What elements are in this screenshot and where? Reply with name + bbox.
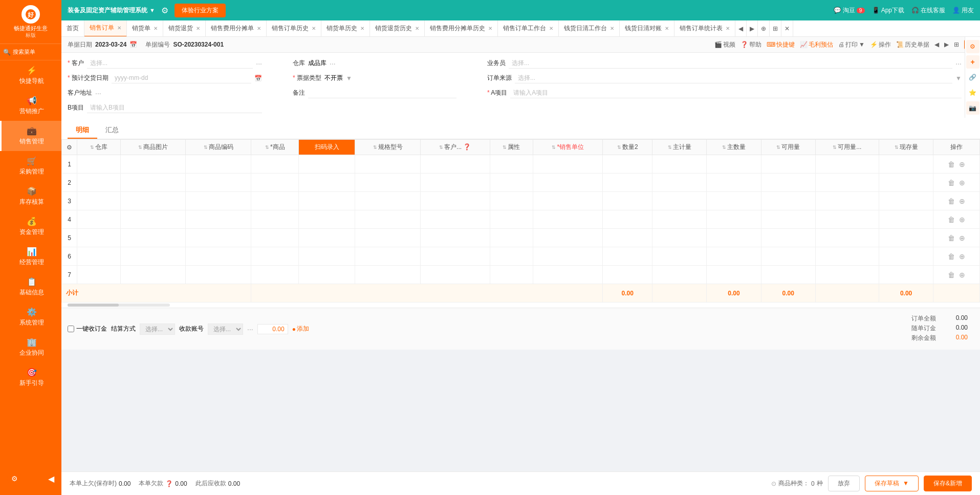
tab-grid-btn[interactable]: ⊞ <box>770 20 781 37</box>
tab-expense-history-close[interactable]: ✕ <box>488 26 492 31</box>
row-attr[interactable] <box>490 229 533 247</box>
row-stock[interactable] <box>879 247 933 266</box>
row-copy-btn[interactable]: ⊕ <box>958 159 966 169</box>
row-warehouse[interactable] <box>77 155 121 174</box>
tab-order-workbench-close[interactable]: ✕ <box>549 26 553 31</box>
order-source-dropdown-icon[interactable]: ▼ <box>955 75 962 82</box>
row-customer-code[interactable] <box>420 192 490 210</box>
sidebar-item-newbie[interactable]: 🎯 新手引导 <box>0 362 61 393</box>
th-customer-code[interactable]: ⇅ 客户... ❓ <box>420 140 490 155</box>
row-spec[interactable] <box>355 210 421 229</box>
sidebar-item-inventory[interactable]: 📦 库存核算 <box>0 181 61 211</box>
row-image[interactable] <box>120 192 186 210</box>
row-spec[interactable] <box>355 247 421 266</box>
row-product[interactable] <box>251 210 299 229</box>
tab-invoice-history[interactable]: 销货单历史 ✕ <box>321 20 370 37</box>
warehouse-more-btn[interactable]: ··· <box>330 59 336 68</box>
row-copy-btn[interactable]: ⊕ <box>958 233 966 243</box>
row-copy-btn[interactable]: ⊕ <box>958 270 966 280</box>
right-panel-photo-btn[interactable]: 📷 <box>966 101 979 115</box>
row-delete-btn[interactable]: 🗑 <box>947 214 956 225</box>
row-main-qty[interactable] <box>707 174 761 192</box>
invoice-type-dropdown-icon[interactable]: ▼ <box>346 75 352 82</box>
row-main-unit[interactable] <box>652 247 707 266</box>
row-stock[interactable] <box>879 266 933 284</box>
row-available[interactable] <box>761 247 815 266</box>
account-more-btn[interactable]: ··· <box>247 325 253 333</box>
sidebar-gear-btn[interactable]: ⚙ <box>3 467 26 490</box>
th-scan[interactable]: 扫码录入 <box>299 140 355 155</box>
sidebar-collapse-btn[interactable]: ◀ <box>44 470 58 488</box>
account-select[interactable]: 选择... <box>208 324 243 335</box>
row-main-qty[interactable] <box>707 229 761 247</box>
row-qty2[interactable] <box>603 210 652 229</box>
row-code[interactable] <box>186 247 251 266</box>
settings-btn[interactable]: ⚙ <box>161 6 168 15</box>
row-copy-btn[interactable]: ⊕ <box>958 214 966 225</box>
tab-stats[interactable]: 销售订单统计表 ✕ <box>674 20 735 37</box>
online-support-btn[interactable]: 🎧 在线客服 <box>911 6 945 15</box>
row-warehouse[interactable] <box>77 192 121 210</box>
row-attr[interactable] <box>490 266 533 284</box>
row-available2[interactable] <box>815 192 879 210</box>
th-unit[interactable]: ⇅ *销售单位 <box>533 140 603 155</box>
tab-sales-order-close[interactable]: ✕ <box>117 25 121 31</box>
tab-sales-order-history-close[interactable]: ✕ <box>312 26 316 31</box>
th-warehouse[interactable]: ⇅ 仓库 <box>77 140 121 155</box>
row-warehouse[interactable] <box>77 229 121 247</box>
row-qty2[interactable] <box>603 266 652 284</box>
payment-method-select[interactable]: 选择... <box>140 324 175 335</box>
row-main-qty[interactable] <box>707 155 761 174</box>
tab-order-workbench[interactable]: 销售订单工作台 ✕ <box>498 20 559 37</box>
th-available[interactable]: ⇅ 可用量 <box>761 140 815 155</box>
b-project-input[interactable] <box>87 102 262 113</box>
tab-daily-reconcile[interactable]: 钱货日清对账 ✕ <box>620 20 674 37</box>
row-image[interactable] <box>120 155 186 174</box>
help-btn[interactable]: ❓ 帮助 <box>741 40 761 49</box>
row-warehouse[interactable] <box>77 210 121 229</box>
row-copy-btn[interactable]: ⊕ <box>958 251 966 262</box>
tab-invoice-history-close[interactable]: ✕ <box>360 26 364 31</box>
app-download-btn[interactable]: 📱 App下载 <box>872 6 904 15</box>
row-spec[interactable] <box>355 174 421 192</box>
address-more-btn[interactable]: ··· <box>95 89 101 97</box>
row-delete-btn[interactable]: 🗑 <box>947 270 956 280</box>
row-customer-code[interactable] <box>420 229 490 247</box>
row-qty2[interactable] <box>603 229 652 247</box>
delivery-calendar-icon[interactable]: 📅 <box>254 75 262 82</box>
tab-sales-order-history[interactable]: 销售订单历史 ✕ <box>267 20 321 37</box>
row-customer-code[interactable] <box>420 174 490 192</box>
salesperson-more-btn[interactable]: ··· <box>955 59 962 68</box>
sidebar-item-system[interactable]: ⚙️ 系统管理 <box>0 302 61 332</box>
sidebar-item-enterprise[interactable]: 🏢 企业协同 <box>0 332 61 362</box>
row-attr[interactable] <box>490 155 533 174</box>
save-new-btn[interactable]: 保存&新增 <box>924 476 972 491</box>
row-product[interactable] <box>251 192 299 210</box>
tab-sales-expense[interactable]: 销售费用分摊单 ✕ <box>206 20 267 37</box>
row-product[interactable] <box>251 229 299 247</box>
inner-tab-detail[interactable]: 明细 <box>68 122 97 139</box>
row-main-qty[interactable] <box>707 266 761 284</box>
order-source-input[interactable] <box>515 73 952 83</box>
row-product[interactable] <box>251 155 299 174</box>
industry-btn[interactable]: 体验行业方案 <box>175 4 226 17</box>
row-qty2[interactable] <box>603 192 652 210</box>
delivery-date-input[interactable] <box>112 73 251 83</box>
user-btn[interactable]: 👤 用友 <box>952 6 974 15</box>
th-main-unit[interactable]: ⇅ 主计量 <box>652 140 707 155</box>
row-delete-btn[interactable]: 🗑 <box>947 159 956 169</box>
row-available2[interactable] <box>815 247 879 266</box>
row-spec[interactable] <box>355 229 421 247</box>
tab-sales-return[interactable]: 销货退货 ✕ <box>163 20 206 37</box>
row-stock[interactable] <box>879 155 933 174</box>
tab-next-btn[interactable]: ▶ <box>747 20 758 37</box>
tab-sales-expense-close[interactable]: ✕ <box>257 26 261 31</box>
sidebar-item-quicknav[interactable]: ⚡ 快捷导航 <box>0 60 61 91</box>
row-code[interactable] <box>186 192 251 210</box>
row-image[interactable] <box>120 174 186 192</box>
row-main-qty[interactable] <box>707 192 761 210</box>
row-product[interactable] <box>251 174 299 192</box>
profit-btn[interactable]: 📈 毛利预估 <box>800 40 833 49</box>
sidebar-item-basic[interactable]: 📋 基础信息 <box>0 272 61 302</box>
row-unit[interactable] <box>533 266 603 284</box>
